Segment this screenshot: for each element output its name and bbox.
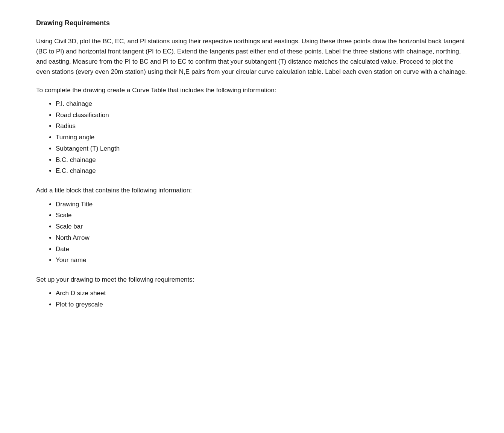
list-item: Scale bar — [56, 221, 468, 232]
list-item: B.C. chainage — [56, 154, 468, 166]
curve-table-list: P.I. chainage Road classification Radius… — [56, 98, 468, 177]
list-item: Arch D size sheet — [56, 288, 468, 299]
list-item: Your name — [56, 255, 468, 266]
list-item: E.C. chainage — [56, 165, 468, 177]
list-item: Scale — [56, 210, 468, 221]
title-block-list: Drawing Title Scale Scale bar North Arro… — [56, 199, 468, 266]
intro-paragraph: Using Civil 3D, plot the BC, EC, and PI … — [36, 36, 468, 77]
list-item: Date — [56, 244, 468, 255]
list-item: Drawing Title — [56, 199, 468, 210]
list-item: Radius — [56, 120, 468, 132]
list-item: Subtangent (T) Length — [56, 143, 468, 154]
drawing-setup-list: Arch D size sheet Plot to greyscale — [56, 288, 468, 310]
list-item: North Arrow — [56, 232, 468, 244]
title-block-intro: Add a title block that contains the foll… — [36, 186, 468, 195]
drawing-setup-intro: Set up your drawing to meet the followin… — [36, 275, 468, 285]
list-item: Turning angle — [56, 132, 468, 143]
list-item: Road classification — [56, 110, 468, 121]
page-heading: Drawing Requirements — [36, 18, 468, 29]
curve-table-intro: To complete the drawing create a Curve T… — [36, 85, 468, 95]
list-item: P.I. chainage — [56, 98, 468, 110]
list-item: Plot to greyscale — [56, 299, 468, 310]
